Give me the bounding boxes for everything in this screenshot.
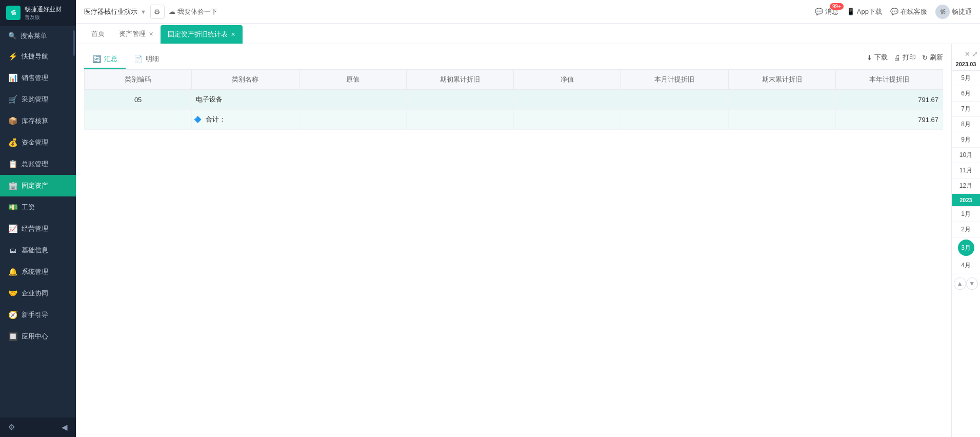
operations-icon: 📈 (8, 224, 17, 233)
settings-icon[interactable]: ⚙ (8, 423, 15, 432)
date-month-8[interactable]: 8月 (952, 117, 980, 132)
tab-asset-mgmt[interactable]: 资产管理 ✕ (112, 25, 161, 44)
cell-annual-depreciation: 791.67 (835, 90, 943, 110)
company-name: 医疗器械行业演示 (84, 7, 137, 16)
refresh-button[interactable]: ↻ 刷新 (922, 53, 943, 62)
date-month-3-active[interactable]: 3月 (958, 240, 974, 256)
tab-depreciation[interactable]: 固定资产折旧统计表 ✕ (161, 25, 243, 44)
date-month-12[interactable]: 12月 (952, 178, 980, 194)
content-area: 🔄 汇总 📄 明细 ⬇ 下载 🖨 打印 (76, 44, 980, 437)
date-month-7[interactable]: 7月 (952, 102, 980, 117)
col-original-value: 原值 (299, 70, 406, 90)
sidebar-item-ledger[interactable]: 📋 总账管理 (0, 153, 76, 175)
ledger-icon: 📋 (8, 160, 17, 169)
summary-icon: 🔄 (92, 55, 101, 63)
date-month-10[interactable]: 10月 (952, 148, 980, 163)
sidebar-item-operations[interactable]: 📈 经营管理 (0, 218, 76, 240)
sidebar-item-purchase[interactable]: 🛒 采购管理 (0, 89, 76, 110)
print-icon: 🖨 (894, 54, 901, 62)
col-annual-depreciation: 本年计提折旧 (835, 70, 943, 90)
date-month-4[interactable]: 4月 (952, 258, 980, 273)
date-month-6[interactable]: 6月 (952, 86, 980, 102)
date-nav-down[interactable]: ▼ (966, 277, 978, 290)
topbar: 医疗器械行业演示 ▼ ⚙ ☁ 我要体验一下 💬 消息 99+ 📱 App下载 (76, 0, 980, 24)
online-service-button[interactable]: 💬 在线客服 (890, 7, 927, 16)
message-icon: 💬 (815, 8, 823, 15)
basic-info-icon: 🗂 (8, 246, 17, 254)
date-year-2023[interactable]: 2023 (952, 194, 980, 207)
cell-monthly-depreciation (621, 90, 728, 110)
col-category-name: 类别名称 (192, 70, 299, 90)
tab-home[interactable]: 首页 (84, 25, 112, 44)
download-button[interactable]: ⬇ 下载 (867, 53, 888, 62)
sidebar-nav: 🔍 搜索菜单 ⚡ 快捷导航 📊 销售管理 🛒 采购管理 📦 库存核算 💰 资金管… (0, 26, 76, 418)
date-month-5[interactable]: 5月 (952, 71, 980, 86)
refresh-icon: ↻ (922, 54, 928, 62)
print-button[interactable]: 🖨 打印 (894, 53, 916, 62)
sub-tab-summary[interactable]: 🔄 汇总 (84, 50, 126, 69)
date-month-11[interactable]: 11月 (952, 163, 980, 178)
tab-asset-mgmt-close[interactable]: ✕ (149, 31, 153, 37)
sidebar-item-inventory[interactable]: 📦 库存核算 (0, 110, 76, 132)
cloud-icon: ☁ (169, 8, 175, 15)
sub-tab-detail[interactable]: 📄 明细 (126, 50, 167, 69)
sidebar-item-sales[interactable]: 📊 销售管理 (0, 67, 76, 89)
tab-depreciation-close[interactable]: ✕ (231, 31, 235, 38)
sidebar-item-app-center[interactable]: 🔲 应用中心 (0, 326, 76, 347)
app-edition: 普及版 (25, 14, 62, 21)
date-panel-header: 2023.03 (952, 58, 980, 71)
col-category-code: 类别编码 (85, 70, 192, 90)
date-nav-up[interactable]: ▲ (954, 277, 966, 290)
depreciation-table: 类别编码 类别名称 原值 期初累计折旧 净值 本月计提折旧 期末累计折旧 本年计… (84, 69, 943, 130)
sidebar-search[interactable]: 🔍 搜索菜单 (0, 26, 76, 46)
sidebar-item-fixed-assets[interactable]: 🏢 固定资产 (0, 175, 76, 196)
company-dropdown-icon: ▼ (141, 9, 146, 15)
avatar: 畅 (935, 5, 950, 19)
content-inner: 🔄 汇总 📄 明细 ⬇ 下载 🖨 打印 (76, 44, 951, 437)
date-month-2[interactable]: 2月 (952, 222, 980, 237)
experience-button[interactable]: ☁ 我要体验一下 (169, 7, 217, 16)
cell-category-code: 05 (85, 90, 192, 110)
date-month-9[interactable]: 9月 (952, 132, 980, 148)
gear-button[interactable]: ⚙ (150, 5, 165, 19)
fixed-assets-icon: 🏢 (8, 181, 17, 190)
sidebar-item-finance[interactable]: 💰 资金管理 (0, 132, 76, 153)
detail-icon: 📄 (134, 55, 143, 63)
sub-tabs: 🔄 汇总 📄 明细 ⬇ 下载 🖨 打印 (76, 44, 951, 69)
sidebar-footer: ⚙ ◀ (0, 418, 76, 437)
sidebar-item-payroll[interactable]: 💵 工资 (0, 196, 76, 218)
message-button[interactable]: 💬 消息 99+ (815, 7, 838, 16)
sidebar-item-enterprise[interactable]: 🤝 企业协同 (0, 283, 76, 304)
download-icon: ⬇ (867, 54, 872, 62)
finance-icon: 💰 (8, 138, 17, 147)
sidebar-item-system[interactable]: 🔔 系统管理 (0, 261, 76, 283)
logo-icon: 畅 (6, 6, 21, 20)
date-panel-expand-btn[interactable]: ⤢ (972, 50, 978, 58)
company-selector[interactable]: 医疗器械行业演示 ▼ (84, 7, 146, 16)
sales-icon: 📊 (8, 73, 17, 83)
sidebar: 畅 畅捷通好业财 普及版 🔍 搜索菜单 ⚡ 快捷导航 📊 销售管理 🛒 采购管理 (0, 0, 76, 437)
service-icon: 💬 (890, 8, 898, 15)
sidebar-item-quick-nav[interactable]: ⚡ 快捷导航 (0, 46, 76, 67)
main-area: 医疗器械行业演示 ▼ ⚙ ☁ 我要体验一下 💬 消息 99+ 📱 App下载 (76, 0, 980, 437)
cell-accumulated-depreciation (406, 90, 513, 110)
user-menu[interactable]: 畅 畅捷通 (935, 5, 972, 19)
gear-icon: ⚙ (154, 8, 161, 16)
enterprise-icon: 🤝 (8, 289, 17, 298)
sidebar-item-guide[interactable]: 🧭 新手引导 (0, 304, 76, 326)
cell-net-value (514, 90, 621, 110)
app-download-button[interactable]: 📱 App下载 (847, 7, 882, 16)
purchase-icon: 🛒 (8, 95, 17, 104)
subtotal-icon: 🔷 (194, 116, 202, 123)
date-month-1[interactable]: 1月 (952, 207, 980, 222)
cell-period-end-accumulated (728, 90, 835, 110)
col-period-end-accumulated: 期末累计折旧 (728, 70, 835, 90)
sidebar-header: 畅 畅捷通好业财 普及版 (0, 0, 76, 26)
table-area: 类别编码 类别名称 原值 期初累计折旧 净值 本月计提折旧 期末累计折旧 本年计… (76, 69, 951, 437)
inventory-icon: 📦 (8, 116, 17, 126)
download-icon: 📱 (847, 8, 855, 15)
sidebar-item-basic-info[interactable]: 🗂 基础信息 (0, 240, 76, 261)
quick-nav-icon: ⚡ (8, 52, 17, 61)
date-panel-close-btn[interactable]: ✕ (965, 50, 970, 58)
collapse-icon[interactable]: ◀ (62, 423, 68, 432)
